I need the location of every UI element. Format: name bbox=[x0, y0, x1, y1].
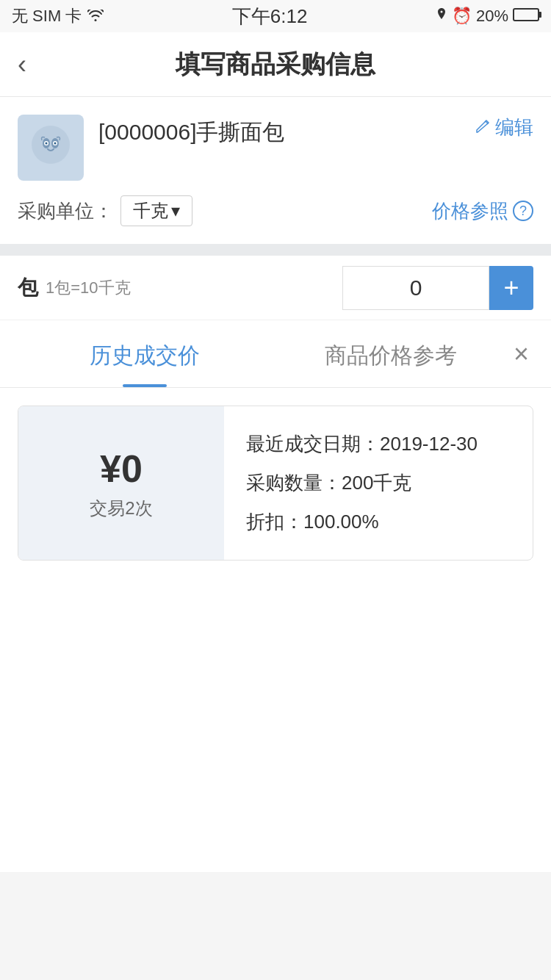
history-discount-label: 折扣： bbox=[246, 511, 303, 533]
alarm-icon: ⏰ bbox=[452, 7, 472, 26]
history-discount-value: 100.00% bbox=[303, 511, 379, 533]
price-ref-button[interactable]: 价格参照 ? bbox=[432, 198, 533, 224]
history-trades: 交易2次 bbox=[90, 497, 152, 520]
battery-icon bbox=[513, 7, 539, 26]
status-left: 无 SIM 卡 bbox=[12, 5, 104, 27]
back-button[interactable]: ‹ bbox=[18, 49, 26, 80]
history-date-label: 最近成交日期： bbox=[246, 433, 380, 455]
history-quantity-value: 200千克 bbox=[342, 472, 411, 494]
history-card: ¥0 交易2次 最近成交日期：2019-12-30 采购数量：200千克 折扣：… bbox=[18, 406, 533, 561]
tab-close-button[interactable]: × bbox=[514, 323, 529, 385]
product-image bbox=[18, 115, 84, 181]
chevron-down-icon: ▾ bbox=[171, 201, 180, 221]
tab-history[interactable]: 历史成交价 bbox=[22, 320, 267, 387]
unit-section: 采购单位： 千克 ▾ bbox=[18, 195, 192, 226]
svg-point-5 bbox=[46, 142, 48, 144]
edit-label: 编辑 bbox=[495, 115, 533, 140]
quantity-row: 包 1包=10千克 + bbox=[0, 256, 551, 320]
help-icon: ? bbox=[513, 201, 533, 221]
svg-point-6 bbox=[54, 142, 57, 144]
product-card: [0000006]手撕面包 编辑 采购单位： 千克 ▾ 价格参照 ? bbox=[0, 97, 551, 244]
battery-percent: 20% bbox=[476, 7, 508, 26]
product-header: [0000006]手撕面包 编辑 bbox=[18, 115, 533, 181]
history-date-row: 最近成交日期：2019-12-30 bbox=[246, 430, 511, 458]
status-bar: 无 SIM 卡 下午6:12 ⏰ 20% bbox=[0, 0, 551, 32]
quantity-label: 包 1包=10千克 bbox=[18, 274, 131, 302]
quantity-controls: + bbox=[342, 266, 533, 310]
nav-bar: ‹ 填写商品采购信息 bbox=[0, 32, 551, 97]
unit-icon: 包 bbox=[18, 274, 38, 302]
quantity-plus-button[interactable]: + bbox=[489, 266, 533, 310]
page-title: 填写商品采购信息 bbox=[176, 48, 375, 82]
tabs-section: 历史成交价 商品价格参考 × ¥0 交易2次 最近成交日期：2019-12-30… bbox=[0, 320, 551, 578]
svg-point-0 bbox=[32, 126, 70, 164]
product-name: [0000006]手撕面包 bbox=[98, 115, 284, 148]
history-card-right: 最近成交日期：2019-12-30 采购数量：200千克 折扣：100.00% bbox=[224, 406, 533, 560]
status-time: 下午6:12 bbox=[232, 4, 308, 29]
unit-text: 采购单位： bbox=[18, 198, 113, 224]
tab-history-label: 历史成交价 bbox=[90, 343, 200, 367]
history-quantity-row: 采购数量：200千克 bbox=[246, 469, 511, 497]
unit-select[interactable]: 千克 ▾ bbox=[120, 195, 192, 226]
status-right: ⏰ 20% bbox=[436, 7, 539, 26]
bottom-area bbox=[0, 578, 551, 872]
wifi-icon bbox=[87, 7, 104, 26]
section-divider bbox=[0, 244, 551, 256]
history-date-value: 2019-12-30 bbox=[380, 433, 478, 455]
tabs-header: 历史成交价 商品价格参考 × bbox=[0, 320, 551, 388]
history-price: ¥0 bbox=[100, 447, 143, 491]
product-left: [0000006]手撕面包 bbox=[18, 115, 284, 181]
location-icon bbox=[436, 7, 447, 26]
history-card-left: ¥0 交易2次 bbox=[18, 406, 224, 560]
product-logo bbox=[30, 124, 71, 172]
unit-value: 千克 bbox=[133, 199, 168, 223]
sim-label: 无 SIM 卡 bbox=[12, 5, 82, 27]
product-footer: 采购单位： 千克 ▾ 价格参照 ? bbox=[18, 195, 533, 226]
history-discount-row: 折扣：100.00% bbox=[246, 508, 511, 536]
history-content: ¥0 交易2次 最近成交日期：2019-12-30 采购数量：200千克 折扣：… bbox=[0, 388, 551, 578]
edit-button[interactable]: 编辑 bbox=[475, 115, 533, 140]
tab-price-ref[interactable]: 商品价格参考 bbox=[267, 320, 513, 387]
history-quantity-label: 采购数量： bbox=[246, 472, 342, 494]
unit-equiv: 1包=10千克 bbox=[46, 277, 131, 299]
tab-price-ref-label: 商品价格参考 bbox=[325, 343, 457, 367]
quantity-input[interactable] bbox=[342, 266, 489, 310]
edit-icon bbox=[475, 116, 491, 139]
price-ref-label: 价格参照 bbox=[432, 198, 508, 224]
